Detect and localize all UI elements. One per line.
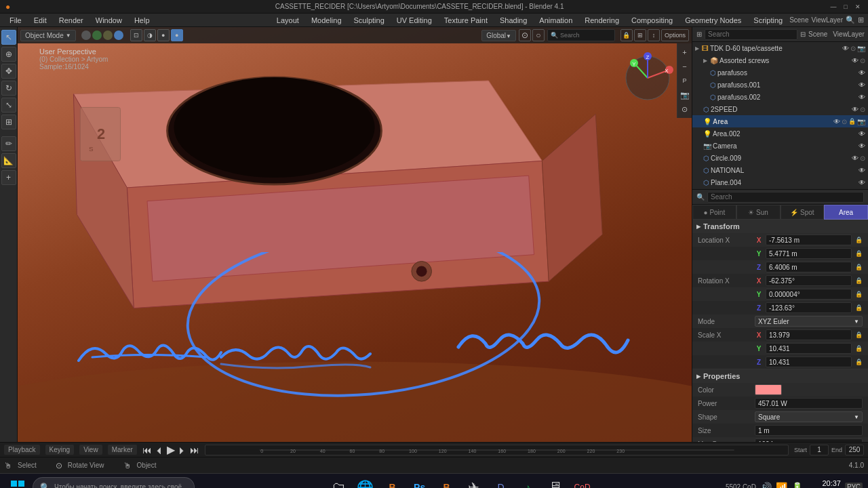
props-search-input[interactable] <box>707 192 864 203</box>
taskbar-discord[interactable]: D <box>489 475 513 489</box>
rotation-z-value[interactable]: -123.63° <box>766 302 852 313</box>
maximize-button[interactable]: □ <box>841 2 850 12</box>
add-tool[interactable]: + <box>1 170 16 185</box>
shape-dropdown[interactable]: Square ▼ <box>755 411 863 422</box>
volume-icon[interactable]: 🔊 <box>760 482 772 489</box>
solid-shading-btn[interactable]: ◑ <box>144 29 156 41</box>
prev-frame-btn[interactable]: ⏴ <box>155 445 164 455</box>
transform-tool[interactable]: ⊞ <box>1 115 16 129</box>
ol-item-parafusos001[interactable]: ⬡ parafusos.001 👁 <box>692 79 868 91</box>
taskbar-photoshop[interactable]: Ps <box>408 475 432 489</box>
filter-icon[interactable]: ⊞ <box>858 16 864 24</box>
start-frame[interactable]: 1 <box>810 445 829 455</box>
overlay-btn[interactable]: ⊞ <box>634 29 646 41</box>
search-icon[interactable]: 🔍 <box>846 16 855 24</box>
ol-item-parafusos[interactable]: ⬡ parafusos 👁 <box>692 66 868 79</box>
viewport-dot-4[interactable] <box>114 30 123 40</box>
scale-tool[interactable]: ⤡ <box>1 98 16 113</box>
lock-x[interactable]: 🔒 <box>854 237 863 243</box>
menu-texturepaint[interactable]: Texture Paint <box>439 15 493 26</box>
minimize-button[interactable]: — <box>829 2 838 12</box>
next-frame-btn[interactable]: ⏵ <box>178 445 187 455</box>
lock-rx[interactable]: 🔒 <box>854 277 863 284</box>
viewport-dot-2[interactable] <box>92 30 102 40</box>
view-btn[interactable]: View <box>79 445 102 455</box>
taskbar-telegram[interactable]: ✈ <box>462 475 486 489</box>
ol-item-area[interactable]: 💡 Area 👁 ⊙ 🔒 📷 <box>692 115 868 127</box>
play-btn[interactable]: ▶ <box>167 443 175 456</box>
select-tool[interactable]: ↖ <box>1 30 16 45</box>
menu-file[interactable]: File <box>4 15 27 26</box>
vp-perspective[interactable]: P <box>679 75 691 87</box>
ol-item-circle009[interactable]: ⬡ Circle.009 👁 ⊙ <box>692 152 868 164</box>
ol-item-tdk[interactable]: ▶ 🎞 TDK D-60 tape/cassette 👁 ⊙ 📷 <box>692 42 868 54</box>
menu-animation[interactable]: Animation <box>534 15 578 26</box>
taskbar-explorer[interactable]: 🗂 <box>326 475 351 489</box>
vp-camera[interactable]: 📷 <box>679 89 691 101</box>
lock-rz[interactable]: 🔒 <box>854 304 863 311</box>
rotation-x-value[interactable]: -62.375° <box>766 275 852 286</box>
menu-modeling[interactable]: Modeling <box>306 15 347 26</box>
move-tool[interactable]: ✥ <box>1 64 16 79</box>
lock-camera-btn[interactable]: 🔒 <box>620 29 633 41</box>
taskbar-blender[interactable]: B <box>380 475 405 489</box>
menu-render[interactable]: Render <box>54 15 89 26</box>
menu-edit[interactable]: Edit <box>28 15 52 26</box>
spot-light-tab[interactable]: ⚡ Spot <box>781 205 825 220</box>
properties-sub-header[interactable]: ▶ Properties <box>692 369 868 383</box>
menu-compositing[interactable]: Compositing <box>626 15 678 26</box>
ol-item-national[interactable]: ⬡ NATIONAL 👁 <box>692 164 868 176</box>
end-frame[interactable]: 250 <box>845 445 864 455</box>
taskbar-chrome[interactable]: 🌐 <box>353 475 378 489</box>
menu-help[interactable]: Help <box>129 15 155 26</box>
maxbounces-value[interactable]: 1024 <box>755 439 863 442</box>
lock-sz[interactable]: 🔒 <box>854 359 863 365</box>
viewport-dot-3[interactable] <box>103 30 113 40</box>
vp-zoom-out[interactable]: − <box>679 60 691 73</box>
menu-shading[interactable]: Shading <box>494 15 532 26</box>
viewport-3d[interactable]: 2 S Object Mode ▼ ⊡ ◑ ● ● Glob <box>18 27 692 442</box>
lock-z[interactable]: 🔒 <box>854 264 863 270</box>
options-btn[interactable]: Options <box>661 29 689 41</box>
lock-sx[interactable]: 🔒 <box>854 331 863 338</box>
viewport-gizmo[interactable]: X Y Z <box>620 51 675 105</box>
keying-btn[interactable]: Keying <box>45 445 75 455</box>
location-x-value[interactable]: -7.5613 m <box>766 235 852 245</box>
taskbar-spotify[interactable]: ♪ <box>516 475 540 489</box>
scale-x-value[interactable]: 13.979 <box>766 329 852 340</box>
outliner-search-input[interactable] <box>705 29 797 40</box>
taskbar-monitor[interactable]: 🖥 <box>543 475 568 489</box>
size-value[interactable]: 1 m <box>755 425 863 436</box>
menu-sculpting[interactable]: Sculpting <box>349 15 390 26</box>
skip-end-btn[interactable]: ⏭ <box>190 445 199 455</box>
gizmo-btn[interactable]: ↕ <box>648 29 660 41</box>
ol-item-parafusos002[interactable]: ⬡ parafusos.002 👁 <box>692 91 868 103</box>
rotate-tool[interactable]: ↻ <box>1 81 16 96</box>
scale-y-value[interactable]: 10.431 <box>766 343 852 354</box>
network-icon[interactable]: 📶 <box>776 482 787 489</box>
ol-item-plane004[interactable]: ⬡ Plane.004 👁 <box>692 176 868 188</box>
rotation-mode-dropdown[interactable]: XYZ Euler ▼ <box>755 316 863 327</box>
vp-zoom-in[interactable]: + <box>679 46 691 58</box>
mode-selector[interactable]: Object Mode ▼ <box>20 30 76 41</box>
color-picker[interactable] <box>755 384 782 395</box>
start-button[interactable] <box>5 475 30 489</box>
material-shading-btn[interactable]: ● <box>157 29 170 41</box>
close-button[interactable]: ✕ <box>853 2 863 12</box>
menu-uvediting[interactable]: UV Editing <box>391 15 437 26</box>
timeline-ruler[interactable]: 0 20 40 60 80 100 120 140 160 180 200 22… <box>205 445 789 455</box>
battery-icon[interactable]: 🔋 <box>791 482 803 489</box>
windows-search[interactable]: 🔍 Чтобы начать поиск, введите здесь своё… <box>33 477 195 489</box>
taskbar-game[interactable]: CoD <box>570 475 595 489</box>
point-light-tab[interactable]: ● Point <box>692 205 736 220</box>
scale-z-value[interactable]: 10.431 <box>766 357 852 367</box>
power-value[interactable]: 457.01 W <box>755 398 863 409</box>
ol-item-area002[interactable]: 💡 Area.002 👁 <box>692 127 868 140</box>
marker-btn[interactable]: Marker <box>108 445 137 455</box>
playback-btn[interactable]: Playback <box>4 445 40 455</box>
menu-layout[interactable]: Layout <box>271 15 304 26</box>
viewport-search[interactable]: 🔍 Search <box>547 29 615 41</box>
cursor-tool[interactable]: ⊕ <box>1 47 16 62</box>
transform-header[interactable]: ▶ Transform <box>692 220 868 233</box>
clock[interactable]: 20:37 15.08.2024 <box>807 479 841 488</box>
